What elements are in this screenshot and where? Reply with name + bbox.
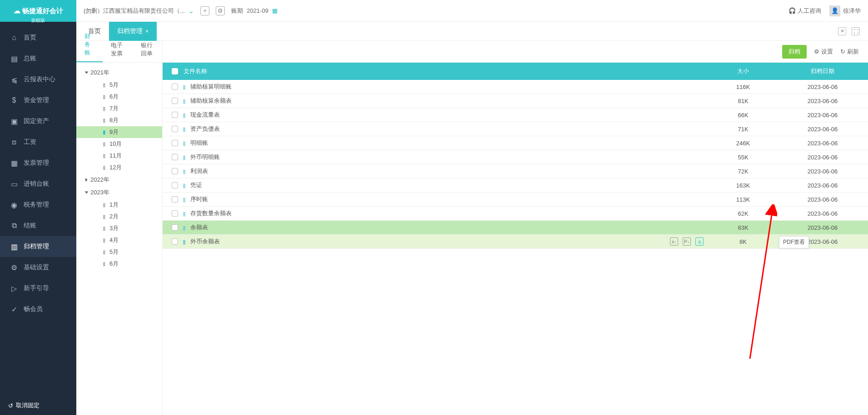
row-checkbox[interactable]: [172, 168, 178, 174]
folder-icon: ▮: [103, 141, 106, 147]
file-size: 55K: [709, 154, 777, 161]
tree-month-1月[interactable]: ▮1月: [76, 199, 162, 211]
tree-month-10月[interactable]: ▮10月: [76, 138, 162, 150]
table-row[interactable]: ▮ 现金流量表 66K 2023-06-06: [163, 108, 868, 122]
nav-基础设置[interactable]: ⚙基础设置: [0, 257, 76, 278]
unpin-button[interactable]: ↺ 取消固定: [0, 396, 76, 415]
file-date: 2023-06-06: [777, 182, 868, 189]
download-pdf-icon[interactable]: P↓: [683, 237, 691, 246]
download-excel-icon[interactable]: x↓: [670, 237, 678, 246]
tree-month-11月[interactable]: ▮11月: [76, 150, 162, 162]
select-all-checkbox[interactable]: [172, 68, 178, 74]
user-menu[interactable]: 👤 徐泽华: [829, 5, 861, 16]
folder-icon: ▮: [103, 105, 106, 112]
support-link[interactable]: 🎧 人工咨询: [789, 7, 821, 15]
pdf-view-icon[interactable]: ◎: [695, 237, 704, 246]
period-selector[interactable]: 账期 2021-09 ▦: [231, 7, 278, 15]
tab-归档管理[interactable]: 归档管理×: [109, 22, 157, 41]
row-checkbox[interactable]: [172, 98, 178, 104]
row-checkbox[interactable]: [172, 238, 178, 245]
nav-首页[interactable]: ⌂首页: [0, 27, 76, 48]
row-checkbox[interactable]: [172, 126, 178, 132]
nav-税务管理[interactable]: ◉税务管理: [0, 194, 76, 215]
table-row[interactable]: ▮ 资产负债表 71K 2023-06-06: [163, 122, 868, 136]
row-checkbox[interactable]: [172, 210, 178, 217]
folder-icon: ▮: [103, 153, 106, 159]
folder-icon: ▮: [183, 168, 186, 175]
table-row[interactable]: ▮ 余额表 83K 2023-06-06: [163, 221, 868, 235]
row-checkbox[interactable]: [172, 84, 178, 90]
toolbar: 归档 ⚙ 设置 ↻ 刷新: [163, 41, 868, 63]
row-checkbox[interactable]: [172, 112, 178, 118]
nav-发票管理[interactable]: ▦发票管理: [0, 153, 76, 173]
table-row[interactable]: ▮ 明细账 246K 2023-06-06: [163, 136, 868, 150]
left-panel: 财务账电子发票银行回单 2021年▮5月▮6月▮7月▮8月▮9月▮10月▮11月…: [76, 41, 163, 415]
tab-close-button[interactable]: ✕: [838, 27, 846, 35]
nav-总账[interactable]: ▤总账: [0, 48, 76, 69]
row-checkbox[interactable]: [172, 182, 178, 188]
row-checkbox[interactable]: [172, 196, 178, 203]
tree-month-6月[interactable]: ▮6月: [76, 91, 162, 103]
settings-link[interactable]: ⚙ 设置: [814, 48, 833, 56]
nav-归档管理[interactable]: ▥归档管理: [0, 236, 76, 257]
nav-进销台账[interactable]: ▭进销台账: [0, 173, 76, 194]
page-tabs: 首页归档管理× ✕ ⛶: [76, 22, 868, 41]
tree-month-5月[interactable]: ▮5月: [76, 79, 162, 91]
tab-close-icon[interactable]: ×: [145, 28, 149, 35]
tree-month-8月[interactable]: ▮8月: [76, 114, 162, 126]
tree-month-4月[interactable]: ▮4月: [76, 234, 162, 246]
row-checkbox[interactable]: [172, 140, 178, 146]
nav-工资[interactable]: ⧈工资: [0, 132, 76, 153]
nav-新手引导[interactable]: ▷新手引导: [0, 278, 76, 299]
nav-畅会员[interactable]: ✓畅会员: [0, 299, 76, 320]
nav-icon: ⧉: [10, 222, 18, 230]
file-date: 2023-06-06: [777, 84, 868, 90]
table-row[interactable]: ▮ 序时账 113K 2023-06-06: [163, 193, 868, 207]
nav-icon: $: [10, 96, 18, 104]
table-row[interactable]: ▮ 外币明细账 55K 2023-06-06: [163, 150, 868, 164]
setting-icon-button[interactable]: ⚙: [216, 6, 225, 15]
row-checkbox[interactable]: [172, 154, 178, 160]
tree-month-7月[interactable]: ▮7月: [76, 103, 162, 114]
tree-month-3月[interactable]: ▮3月: [76, 222, 162, 234]
table-row[interactable]: ▮ 外币余额表 x↓ P↓ ◎ PDF查看 8K 2023-06-06: [163, 235, 868, 249]
unpin-label: 取消固定: [16, 401, 40, 410]
add-button[interactable]: +: [200, 6, 209, 15]
tree-month-2月[interactable]: ▮2月: [76, 211, 162, 222]
tree-month-9月[interactable]: ▮9月: [76, 126, 162, 138]
table-row[interactable]: ▮ 辅助核算余额表 81K 2023-06-06: [163, 94, 868, 108]
tree-year-2022年[interactable]: 2022年: [76, 173, 162, 186]
subtab-财务账[interactable]: 财务账: [76, 32, 103, 62]
fullscreen-button[interactable]: ⛶: [852, 27, 860, 35]
tree-month-5月[interactable]: ▮5月: [76, 246, 162, 258]
folder-icon: ▮: [103, 261, 106, 267]
nav-固定资产[interactable]: ▣固定资产: [0, 111, 76, 132]
col-date: 归档日期: [777, 67, 868, 75]
nav-资金管理[interactable]: $资金管理: [0, 90, 76, 111]
folder-icon: ▮: [103, 237, 106, 243]
row-checkbox[interactable]: [172, 224, 178, 231]
subtab-银行回单[interactable]: 银行回单: [133, 41, 162, 62]
file-name: 现金流量表: [190, 111, 220, 119]
file-date: 2023-06-06: [777, 126, 868, 133]
nav-云报表中心[interactable]: ⫹云报表中心: [0, 69, 76, 90]
table-row[interactable]: ▮ 辅助核算明细账 116K 2023-06-06: [163, 80, 868, 94]
tree-month-6月[interactable]: ▮6月: [76, 258, 162, 270]
tree-month-12月[interactable]: ▮12月: [76, 162, 162, 173]
tree-year-2021年[interactable]: 2021年: [76, 66, 162, 79]
nav-结账[interactable]: ⧉结账: [0, 215, 76, 236]
table-row[interactable]: ▮ 存货数量余额表 62K 2023-06-06: [163, 207, 868, 221]
folder-icon: ▮: [103, 164, 106, 171]
file-name: 序时账: [190, 195, 208, 203]
pdf-view-tooltip: PDF查看: [779, 236, 809, 248]
company-selector[interactable]: (勿删）江西服宝精品有限责任公司（... ⌄: [84, 7, 194, 15]
table-row[interactable]: ▮ 利润表 72K 2023-06-06: [163, 164, 868, 178]
subtab-电子发票[interactable]: 电子发票: [103, 41, 132, 62]
headset-icon: 🎧: [789, 7, 796, 14]
table-row[interactable]: ▮ 凭证 163K 2023-06-06: [163, 178, 868, 193]
tree-year-2023年[interactable]: 2023年: [76, 186, 162, 199]
refresh-link[interactable]: ↻ 刷新: [840, 48, 859, 56]
nav-icon: ▣: [10, 117, 18, 125]
archive-button[interactable]: 归档: [782, 45, 807, 59]
file-date: 2023-06-06: [777, 112, 868, 119]
